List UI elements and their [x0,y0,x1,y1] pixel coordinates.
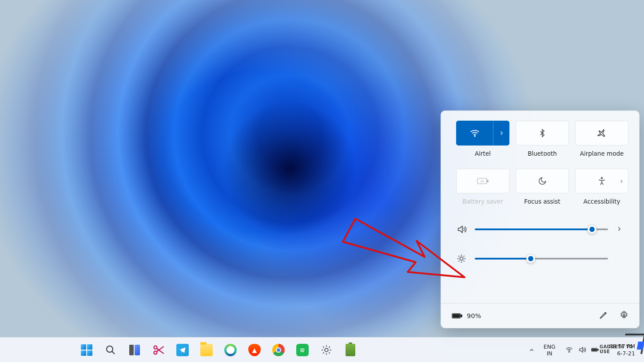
chevron-right-icon [499,130,504,136]
volume-output-selector[interactable] [616,225,624,234]
open-settings-button[interactable] [620,311,628,321]
spotify-button[interactable] [292,340,313,360]
volume-tray-icon [578,346,586,354]
volume-icon [456,224,467,234]
edge-icon [224,344,237,356]
chrome-button[interactable] [268,340,289,360]
brightness-slider[interactable] [475,258,608,260]
battery-saver-icon [477,177,489,185]
svg-rect-15 [597,349,598,351]
chevron-right-icon [616,226,622,232]
svg-point-11 [154,351,157,354]
airplane-icon [597,128,607,138]
brightness-icon [456,254,467,264]
battery-app-icon [346,344,355,356]
edit-quick-settings-button[interactable] [599,311,608,321]
battery-saver-label: Battery saver [462,198,503,205]
taskbar: ▲ ENG IN [0,337,644,362]
brave-icon: ▲ [248,344,261,356]
start-button[interactable] [76,340,97,360]
accessibility-expand[interactable] [619,177,624,185]
battery-status[interactable]: 90% [452,312,481,319]
svg-rect-6 [461,315,462,317]
clock-date: 6-7-21 [609,350,635,357]
battery-saver-toggle [456,169,509,193]
language-indicator[interactable]: ENG IN [540,342,559,358]
airplane-toggle[interactable] [575,121,628,146]
telegram-button[interactable] [172,340,193,360]
language-line2: IN [544,350,556,357]
scissors-icon [152,344,165,356]
svg-point-9 [107,346,113,352]
wifi-icon [470,128,480,138]
svg-rect-1 [477,178,487,184]
battery-tray-icon [591,346,599,354]
bluetooth-toggle[interactable] [516,121,569,146]
brightness-slider-row [456,254,624,264]
gear-icon [320,344,333,356]
focus-assist-toggle[interactable] [516,169,569,193]
wifi-tray-icon [565,346,573,354]
battery-icon [452,312,462,319]
svg-point-4 [460,257,463,260]
spotify-icon [296,344,309,356]
accessibility-label: Accessibility [583,198,620,205]
language-line1: ENG [544,343,556,350]
wifi-expand[interactable] [493,121,509,145]
bluetooth-label: Bluetooth [528,150,557,157]
task-view-icon [129,345,140,355]
system-tray-button[interactable] [561,344,603,355]
windows-logo-icon [81,344,92,356]
quick-settings-panel: Airtel Bluetooth Airplane mode [441,110,640,328]
chrome-icon [272,344,285,356]
folder-icon [200,344,213,356]
clock-time: 08:57 PM [609,343,635,350]
search-icon [105,345,116,355]
battery-saver-tile: Battery saver [456,169,509,205]
bluetooth-tile: Bluetooth [516,121,569,157]
file-explorer-button[interactable] [196,340,217,360]
snipping-tool-button[interactable] [148,340,169,360]
accessibility-toggle[interactable] [575,169,628,193]
svg-rect-7 [453,314,460,317]
task-view-button[interactable] [124,340,145,360]
svg-rect-16 [592,349,596,351]
svg-point-13 [568,352,569,352]
chevron-up-icon [529,347,535,353]
telegram-icon [176,344,189,356]
gear-icon [620,311,628,319]
chevron-right-icon [619,179,624,184]
battery-percent: 90% [467,312,481,319]
svg-point-0 [474,136,475,137]
svg-point-3 [601,177,602,179]
volume-slider-row [456,224,624,234]
quick-settings-footer: 90% [441,303,639,328]
clock-button[interactable]: 08:57 PM 6-7-21 [605,341,640,358]
airplane-label: Airplane mode [580,150,624,157]
svg-point-12 [325,348,328,352]
pencil-icon [599,311,608,319]
volume-slider[interactable] [475,228,608,230]
battery-app-button[interactable] [340,340,361,360]
focus-assist-tile: Focus assist [516,169,569,205]
accessibility-tile: Accessibility [575,169,628,205]
wifi-tile: Airtel [456,121,509,157]
bluetooth-icon [538,129,547,138]
svg-point-10 [154,346,157,349]
moon-icon [538,177,547,185]
search-button[interactable] [100,340,121,360]
svg-rect-2 [487,180,489,182]
wifi-label: Airtel [475,150,491,157]
edge-button[interactable] [220,340,241,360]
airplane-tile: Airplane mode [575,121,628,157]
focus-assist-label: Focus assist [524,198,560,205]
brave-button[interactable]: ▲ [244,340,265,360]
accessibility-icon [597,177,606,185]
wifi-toggle[interactable] [456,121,509,146]
svg-point-8 [623,314,625,316]
tray-overflow-button[interactable] [525,341,538,359]
settings-button[interactable] [316,340,337,360]
